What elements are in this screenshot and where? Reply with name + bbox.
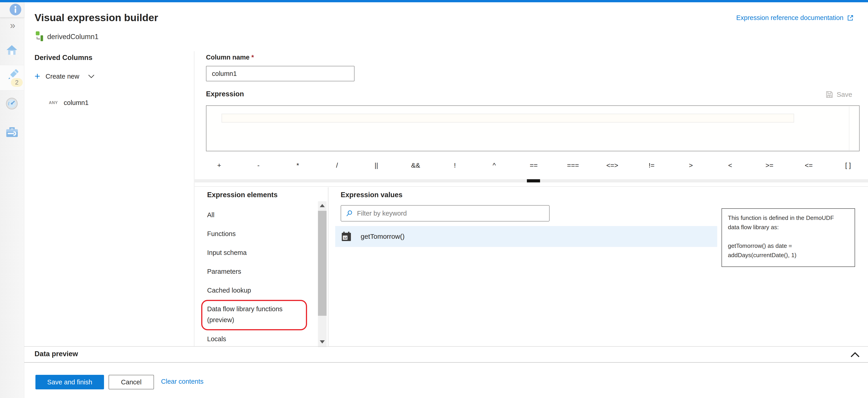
left-nav-rail: [0, 2, 24, 398]
red-annotation-circle: [201, 300, 307, 330]
calendar-icon: 12: [341, 232, 351, 242]
operator-multiply[interactable]: *: [289, 159, 307, 171]
create-new-label: Create new: [45, 73, 79, 80]
expression-editor-active-line[interactable]: [221, 114, 794, 123]
expand-rail-icon[interactable]: »: [10, 20, 14, 31]
operator-strict-equals[interactable]: ===: [564, 159, 582, 171]
expression-elements-heading: Expression elements: [207, 191, 278, 199]
function-name: getTomorrow(): [361, 233, 404, 240]
operator-greater-equal[interactable]: >=: [761, 159, 778, 171]
transformation-name: derivedColumn1: [47, 33, 99, 41]
column-name-input[interactable]: [206, 66, 354, 81]
filter-keyword-input[interactable]: [356, 210, 545, 217]
create-new-button[interactable]: + Create new: [34, 72, 95, 81]
save-expression-button[interactable]: Save: [825, 90, 852, 99]
scrollbar-up-arrow[interactable]: [320, 204, 325, 207]
elements-scrollbar-thumb[interactable]: [318, 211, 327, 316]
plus-icon: +: [34, 72, 40, 81]
column-name: column1: [64, 99, 89, 106]
derived-column-list-item[interactable]: ANY column1: [49, 99, 89, 106]
save-label: Save: [837, 91, 852, 98]
home-icon[interactable]: [5, 43, 18, 56]
data-preview-heading: Data preview: [34, 350, 78, 358]
element-item-all[interactable]: All: [207, 210, 214, 220]
operator-spaceship[interactable]: <=>: [603, 159, 621, 171]
operator-or[interactable]: ||: [367, 159, 385, 171]
svg-text:12: 12: [343, 236, 347, 240]
external-link-icon: [847, 14, 854, 22]
expression-editor[interactable]: [206, 105, 860, 151]
expression-values-heading: Expression values: [341, 191, 402, 199]
operator-less[interactable]: <: [721, 159, 739, 171]
editor-scrollbar-divider: [849, 106, 849, 150]
doc-link-label[interactable]: Expression reference documentation: [736, 14, 843, 22]
scrollbar-down-arrow[interactable]: [320, 340, 325, 343]
clear-contents-link[interactable]: Clear contents: [161, 378, 204, 385]
function-list-item-selected[interactable]: 12 getTomorrow(): [335, 226, 717, 247]
operator-not[interactable]: !: [446, 159, 464, 171]
info-icon[interactable]: [9, 3, 22, 16]
element-item-input-schema[interactable]: Input schema: [207, 247, 247, 258]
data-preview-top-border: [24, 346, 868, 347]
filter-input-container: [341, 205, 550, 221]
operator-minus[interactable]: -: [249, 159, 268, 171]
operator-equals[interactable]: ==: [525, 159, 543, 171]
required-asterisk: *: [251, 54, 254, 61]
manage-toolbox-icon[interactable]: [5, 125, 19, 138]
page-title: Visual expression builder: [34, 12, 158, 24]
panels-top-border: [195, 186, 868, 187]
operator-not-equals[interactable]: !=: [643, 159, 661, 171]
search-icon: [346, 210, 353, 217]
operator-active-indicator: [527, 179, 540, 182]
derived-column-transformation-icon: [34, 31, 44, 42]
chevron-up-icon[interactable]: [850, 351, 860, 358]
element-item-locals[interactable]: Locals: [207, 334, 226, 344]
top-accent-bar: [0, 0, 868, 2]
data-preview-bottom-border: [24, 362, 868, 363]
author-count-badge: 2: [11, 78, 23, 87]
operator-greater[interactable]: >: [682, 159, 700, 171]
element-item-functions[interactable]: Functions: [207, 228, 236, 239]
cancel-button[interactable]: Cancel: [108, 375, 154, 389]
operator-and[interactable]: &&: [406, 159, 425, 171]
operator-plus[interactable]: +: [210, 159, 228, 171]
column-name-label: Column name *: [206, 54, 254, 61]
expression-reference-doc-link[interactable]: Expression reference documentation: [736, 14, 854, 22]
operator-less-equal[interactable]: <=: [800, 159, 818, 171]
function-definition-tooltip: This function is defined in the DemoUDF …: [721, 208, 855, 267]
column-type-badge: ANY: [49, 100, 58, 105]
operator-divide[interactable]: /: [328, 159, 346, 171]
operator-brackets[interactable]: [ ]: [839, 159, 857, 171]
element-item-cached-lookup[interactable]: Cached lookup: [207, 285, 251, 296]
monitor-gauge-icon[interactable]: [5, 97, 18, 110]
operator-xor[interactable]: ^: [485, 159, 503, 171]
panel-divider: [328, 187, 329, 346]
save-and-finish-button[interactable]: Save and finish: [35, 375, 104, 389]
expression-label: Expression: [206, 90, 244, 98]
save-floppy-icon: [825, 90, 834, 99]
left-panel-divider: [194, 51, 194, 346]
element-item-parameters[interactable]: Parameters: [207, 266, 241, 277]
chevron-down-icon: [88, 74, 95, 79]
visual-expression-builder-window: » 2 Visual expression builder: [0, 0, 868, 398]
derived-columns-heading: Derived Columns: [34, 54, 92, 62]
